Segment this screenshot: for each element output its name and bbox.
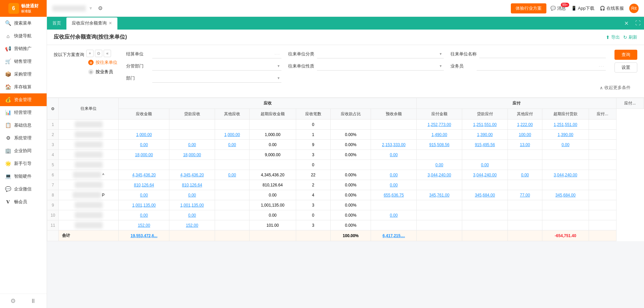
row-ap-loan-3[interactable]: 915,495.56: [462, 140, 508, 150]
row-ar-loan-11[interactable]: 152.00: [169, 220, 215, 230]
row-ar-amount-10[interactable]: 0.00: [119, 210, 169, 220]
row-ar-prepay-10[interactable]: 0.00: [371, 210, 417, 220]
row-ar-prepay-8[interactable]: 655,636.75: [371, 190, 417, 200]
row-ar-loan-7[interactable]: 810,126.64: [169, 180, 215, 190]
sidebar-item-hardware[interactable]: 💻 智能硬件: [0, 170, 47, 183]
sidebar-item-enterprise[interactable]: 🏢 企业协同: [0, 144, 47, 157]
sidebar-item-guide[interactable]: 🌟 新手引导: [0, 157, 47, 170]
row-ap-amount-3[interactable]: 915,508.56: [417, 140, 462, 150]
tab-arbalance[interactable]: 应收应付余额查询 ✕: [66, 17, 117, 30]
row-ar-prepay-6[interactable]: 0.00: [371, 170, 417, 180]
row-ar-loan-4[interactable]: 18,000.00: [169, 150, 215, 160]
sidebar-item-inventory[interactable]: 🏠 库存核算: [0, 81, 47, 93]
user-avatar[interactable]: Rit: [629, 4, 639, 13]
settings-bottom-icon[interactable]: ⚙: [10, 297, 16, 305]
online-service-button[interactable]: 🎧 在线客服: [600, 5, 624, 11]
sidebar-item-sales[interactable]: 🛒 销售管理: [0, 55, 47, 68]
unit-category-input[interactable]: ▼: [317, 50, 443, 58]
row-ar-amount-8[interactable]: 0.00: [119, 190, 169, 200]
row-ar-amount-3[interactable]: 0.00: [119, 140, 169, 150]
row-ap-amount-1[interactable]: 1,252,773.00: [417, 120, 462, 130]
row-ap-amount-2[interactable]: 1,490.00: [417, 130, 462, 140]
row-ap-loan-8[interactable]: 345,684.00: [462, 190, 508, 200]
row-ar-loan-10[interactable]: 0.00: [169, 210, 215, 220]
row-num-9: 9: [47, 200, 59, 210]
row-ap-overdue-2[interactable]: 1,390.00: [542, 130, 589, 140]
row-ap-loan-2[interactable]: 1,390.00: [462, 130, 508, 140]
row-ap-loan-1[interactable]: 1,251,551.00: [462, 120, 508, 130]
row-ar-amount-4[interactable]: 18,000.00: [119, 150, 169, 160]
scheme-collapse-button[interactable]: «: [104, 50, 111, 57]
table-settings-col[interactable]: ⚙: [47, 98, 59, 120]
row-ar-other-3[interactable]: 0.00: [215, 140, 250, 150]
scheme-settings-button[interactable]: ⊙: [95, 50, 102, 57]
row-ar-amount-9[interactable]: 1,001,135.00: [119, 200, 169, 210]
unit-name-input[interactable]: [479, 50, 606, 58]
row-ar-other-6[interactable]: 0.00: [215, 170, 250, 180]
row-ap-other-8[interactable]: 77.00: [508, 190, 542, 200]
dept-input[interactable]: ▼: [152, 62, 281, 71]
row-ar-amount-6[interactable]: 4,345,436.20: [119, 170, 169, 180]
unit-nature-input[interactable]: ▼: [317, 62, 443, 71]
sidebar-item-search[interactable]: 🔍 搜索菜单: [0, 17, 47, 30]
row-ar-amount-7[interactable]: 810,126.64: [119, 180, 169, 190]
sidebar-item-system[interactable]: ⚙ 系统管理: [0, 132, 47, 144]
row-ar-amount-11[interactable]: 152.00: [119, 220, 169, 230]
query-button[interactable]: 查询: [614, 50, 637, 60]
scheme-item-by-unit[interactable]: ⊕ 按往来单位: [86, 58, 119, 67]
row-ar-overdue-9: 1,001,135.00: [249, 200, 296, 210]
row-ar-overdue-8: 0.00: [249, 190, 296, 200]
tab-close-icon[interactable]: ✕: [109, 21, 112, 26]
row-ap-overdue-8[interactable]: 345,684.00: [542, 190, 589, 200]
row-ar-prepay-4[interactable]: 0.00: [371, 150, 417, 160]
close-tab-action[interactable]: ✕: [621, 20, 632, 27]
row-ar-other-2[interactable]: 1,000.00: [215, 130, 250, 140]
collapse-filter-button[interactable]: ∧ 收起更多条件: [54, 83, 637, 93]
export-button[interactable]: ⬆ 导出: [606, 34, 620, 40]
row-ap-other-6[interactable]: 0.00: [508, 170, 542, 180]
row-ap-amount-8[interactable]: 345,761.00: [417, 190, 462, 200]
row-ap-loan-5[interactable]: 0.00: [462, 160, 508, 170]
row-ap-other-3[interactable]: 13.00: [508, 140, 542, 150]
col-ar-prepay: 预收余额: [371, 109, 417, 120]
sidebar-item-operation[interactable]: 📊 经营管理: [0, 106, 47, 119]
sidebar-item-basic[interactable]: 📋 基础信息: [0, 119, 47, 132]
sidebar-item-member[interactable]: V 畅会员: [0, 195, 47, 208]
total-ar-ratio: 100.00%: [330, 230, 371, 241]
scheme-item-by-salesman[interactable]: ⊙ 按业务员: [86, 68, 119, 76]
sidebar-item-finance[interactable]: 💰 资金管理: [0, 93, 47, 106]
row-ar-prepay-3[interactable]: 2,153,333.00: [371, 140, 417, 150]
trial-button[interactable]: 体验行业方案: [511, 3, 546, 13]
sidebar-item-marketing[interactable]: 📢 营销推广: [0, 42, 47, 55]
row-ap-loan-6[interactable]: 3,044,240.00: [462, 170, 508, 180]
row-ar-loan-6[interactable]: 4,345,436.20: [169, 170, 215, 180]
settlement-unit-input[interactable]: ···: [152, 50, 281, 58]
app-download-button[interactable]: 📱 App下载: [571, 5, 594, 11]
header-settings-icon[interactable]: ⚙: [96, 4, 105, 13]
row-ap-other-1[interactable]: 1,222.00: [508, 120, 542, 130]
salesman-input[interactable]: ···: [477, 62, 606, 71]
page-title: 应收应付余额查询(按往来单位): [54, 34, 127, 45]
collapse-sidebar-icon[interactable]: ⏸: [30, 298, 36, 305]
department-input[interactable]: ▼: [152, 74, 281, 83]
row-ar-loan-9[interactable]: 1,001,135.00: [169, 200, 215, 210]
row-ap-other-2[interactable]: 100.00: [508, 130, 542, 140]
set-button[interactable]: 设置: [614, 62, 637, 73]
refresh-button[interactable]: ↻ 刷新: [623, 34, 637, 40]
row-ar-prepay-7[interactable]: 0.00: [371, 180, 417, 190]
add-scheme-button[interactable]: +: [86, 50, 94, 57]
sidebar-item-nav[interactable]: ⌂ 快捷导航: [0, 30, 47, 42]
row-ap-overdue-6[interactable]: 3,044,240.00: [542, 170, 589, 180]
sidebar-item-wechat[interactable]: 💬 企业微信: [0, 183, 47, 195]
row-ap-amount-5[interactable]: 0.00: [417, 160, 462, 170]
sidebar-item-purchase[interactable]: 📦 采购管理: [0, 68, 47, 81]
row-ar-loan-3[interactable]: 0.00: [169, 140, 215, 150]
message-button[interactable]: 💬 消息 99+: [550, 5, 566, 11]
row-ap-overdue-3[interactable]: 0.00: [542, 140, 589, 150]
tab-home[interactable]: 首页: [47, 17, 66, 29]
maximize-tab-action[interactable]: ⛶: [632, 20, 644, 26]
row-ap-amount-6[interactable]: 3,044,240.00: [417, 170, 462, 180]
row-ar-loan-8[interactable]: 0.00: [169, 190, 215, 200]
row-ar-amount-2[interactable]: 1,000.00: [119, 130, 169, 140]
row-ap-overdue-1[interactable]: 1,251,551.00: [542, 120, 589, 130]
